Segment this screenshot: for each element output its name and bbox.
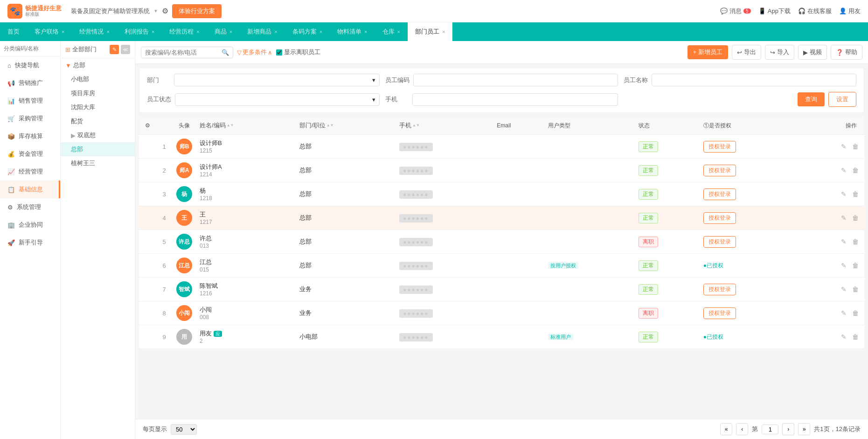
emp-code-input[interactable] (413, 74, 618, 86)
app-download-action[interactable]: 📱 App下载 (758, 7, 791, 15)
delete-btn[interactable]: 🗑 (850, 142, 861, 151)
sidebar-item-purchase[interactable]: 🛒采购管理 (0, 110, 60, 127)
show-resign-checkbox[interactable] (276, 49, 282, 56)
set-button[interactable]: 设置 (828, 92, 856, 107)
nav-tab-new-goods[interactable]: 新增商品 × (240, 22, 285, 41)
auth-login-btn[interactable]: 授权登录 (703, 165, 736, 176)
user-action[interactable]: 👤 用友 (839, 7, 861, 15)
nav-tab-customer[interactable]: 客户联络 × (27, 22, 72, 41)
phone-sort[interactable]: 手机 ▲▼ (399, 121, 420, 130)
tree-node-zb[interactable]: ▼ 总部 (61, 58, 135, 72)
delete-btn[interactable]: 🗑 (850, 285, 861, 294)
close-icon[interactable]: × (319, 29, 322, 35)
online-service-action[interactable]: 🎧 在线客服 (798, 7, 832, 15)
status-select[interactable]: ▾ (175, 93, 380, 106)
nav-tab-home[interactable]: 首页 (0, 22, 27, 41)
sidebar-item-quick[interactable]: ⌂快捷导航 (0, 56, 60, 74)
emp-name-input[interactable] (652, 74, 856, 86)
dept-sort[interactable]: 部门/职位 ▲▼ (299, 121, 333, 130)
col-dept[interactable]: 部门/职位 ▲▼ (296, 117, 396, 135)
close-icon[interactable]: × (442, 29, 445, 35)
delete-btn[interactable]: 🗑 (850, 332, 861, 341)
edit-btn[interactable]: ✎ (839, 285, 848, 294)
employee-search-input[interactable] (145, 49, 220, 56)
tree-node-zb2[interactable]: 总部 (61, 142, 135, 156)
edit-btn[interactable]: ✎ (839, 261, 848, 270)
auth-login-btn[interactable]: 授权登录 (703, 307, 736, 319)
phone-input[interactable] (412, 93, 618, 106)
edit-btn[interactable]: ✎ (839, 189, 848, 199)
sidebar-search-input[interactable] (4, 45, 61, 52)
auth-login-btn[interactable]: 授权登录 (703, 212, 736, 224)
system-title-dropdown[interactable]: ▼ (153, 8, 158, 14)
edit-btn[interactable]: ✎ (839, 237, 848, 246)
auth-login-btn[interactable]: 授权登录 (703, 188, 736, 200)
close-icon[interactable]: × (364, 29, 367, 35)
help-button[interactable]: ❓ 帮助 (831, 45, 862, 60)
tree-node-sydk[interactable]: 沈阳大库 (61, 100, 135, 114)
export-button[interactable]: ↩ 导出 (732, 45, 761, 60)
prev-page-btn[interactable]: ‹ (736, 423, 748, 435)
nav-tab-profit[interactable]: 利润报告 × (117, 22, 162, 41)
add-employee-button[interactable]: + 新增员工 (687, 45, 728, 59)
close-icon[interactable]: × (62, 29, 64, 35)
try-button[interactable]: 体验行业方案 (172, 4, 222, 18)
nav-tab-bom[interactable]: 物料清单 × (330, 22, 375, 41)
name-sort[interactable]: 姓名/编码 ▲▼ (200, 121, 234, 130)
sidebar-item-sales[interactable]: 📊销售管理 (0, 92, 60, 110)
nav-tab-staff[interactable]: 部门员工 × (408, 22, 452, 41)
sidebar-item-basic[interactable]: 📋基础信息 (0, 181, 60, 198)
auth-login-btn[interactable]: 授权登录 (703, 236, 736, 248)
nav-tab-warehouse[interactable]: 仓库 × (375, 22, 408, 41)
sidebar-item-marketing[interactable]: 📢营销推广 (0, 74, 60, 92)
delete-btn[interactable]: 🗑 (850, 213, 861, 223)
gear-button[interactable]: ⚙ (162, 7, 168, 15)
view-button[interactable]: ▶ 视频 (798, 45, 827, 60)
auth-login-btn[interactable]: 授权登录 (703, 284, 736, 295)
more-filter-btn[interactable]: ▽ 更多条件 ∧ (237, 48, 272, 56)
col-settings[interactable]: ⚙ (139, 117, 156, 135)
nav-tab-operations[interactable]: 经营情况 × (72, 22, 117, 41)
tree-node-xdb[interactable]: 小电部 (61, 72, 135, 86)
edit-btn[interactable]: ✎ (839, 332, 848, 341)
tree-node-sdx[interactable]: ▶ 双底想 (61, 128, 135, 142)
nav-tab-goods[interactable]: 商品 × (207, 22, 240, 41)
close-icon[interactable]: × (229, 29, 232, 35)
delete-btn[interactable]: 🗑 (850, 308, 861, 318)
edit-btn[interactable]: ✎ (839, 166, 848, 175)
message-action[interactable]: 💬 消息 5 (720, 7, 751, 15)
close-icon[interactable]: × (397, 29, 400, 35)
nav-tab-barcode[interactable]: 条码方案 × (285, 22, 330, 41)
tree-node-xmkf[interactable]: 项目库房 (61, 86, 135, 100)
tree-node-ph[interactable]: 配货 (61, 114, 135, 128)
page-size-select[interactable]: 50 100 (171, 424, 197, 435)
query-button[interactable]: 查询 (798, 92, 825, 106)
auth-login-btn[interactable]: 授权登录 (703, 141, 736, 153)
sidebar-item-finance[interactable]: 💰资金管理 (0, 145, 60, 163)
sidebar-item-inventory[interactable]: 📦库存核算 (0, 127, 60, 145)
last-page-btn[interactable]: » (798, 423, 810, 435)
delete-btn[interactable]: 🗑 (850, 261, 861, 270)
col-name[interactable]: 姓名/编码 ▲▼ (196, 117, 296, 135)
page-input[interactable] (762, 425, 778, 434)
delete-btn[interactable]: 🗑 (850, 189, 861, 199)
tree-collapse-btn[interactable]: ≪ (121, 45, 130, 54)
sidebar-item-guide[interactable]: 🚀新手引导 (0, 234, 60, 251)
nav-tab-history[interactable]: 经营历程 × (162, 22, 207, 41)
first-page-btn[interactable]: « (720, 423, 732, 435)
col-phone[interactable]: 手机 ▲▼ (396, 117, 493, 135)
edit-btn[interactable]: ✎ (839, 308, 848, 318)
tree-node-zsws[interactable]: 植树王三 (61, 156, 135, 170)
tree-edit-btn[interactable]: ✎ (110, 45, 119, 54)
close-icon[interactable]: × (274, 29, 277, 35)
close-icon[interactable]: × (196, 29, 199, 35)
close-icon[interactable]: × (152, 29, 154, 35)
sidebar-item-corp[interactable]: 🏢企业协同 (0, 216, 60, 234)
edit-btn[interactable]: ✎ (839, 213, 848, 223)
dept-select[interactable]: ▾ (174, 74, 380, 86)
sidebar-item-system[interactable]: ⚙系统管理 (0, 198, 60, 216)
sidebar-item-ops[interactable]: 📈经营管理 (0, 163, 60, 181)
edit-btn[interactable]: ✎ (839, 142, 848, 151)
delete-btn[interactable]: 🗑 (850, 166, 861, 175)
delete-btn[interactable]: 🗑 (850, 237, 861, 246)
